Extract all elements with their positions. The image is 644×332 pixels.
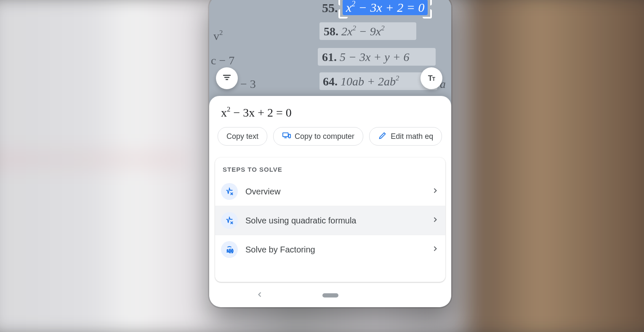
chevron-right-icon xyxy=(431,215,439,226)
factor-icon: 1(x) xyxy=(221,241,238,258)
math-problem-58[interactable]: 58. 2x2 − 9x2 xyxy=(324,25,385,38)
copy-text-chip[interactable]: Copy text xyxy=(218,127,267,146)
step-row-quadratic[interactable]: Solve using quadratic formula xyxy=(215,206,445,235)
step-row-overview[interactable]: Overview xyxy=(215,177,445,206)
page-text-fragment: v2 xyxy=(213,29,223,43)
problem-number: 55. xyxy=(322,1,338,15)
results-sheet: x2 − 3x + 2 = 0 Copy text Copy to comput… xyxy=(209,96,451,307)
filter-icon xyxy=(222,72,232,84)
selection-corner xyxy=(423,0,432,5)
equation-text: x2 − 3x + 2 = 0 xyxy=(346,0,424,14)
action-chips-row: Copy text Copy to computer xyxy=(218,127,451,146)
selection-corner xyxy=(338,9,348,19)
chevron-right-icon xyxy=(431,186,439,197)
svg-text:1(x): 1(x) xyxy=(227,249,234,253)
page-text-fragment: c − 7 xyxy=(211,54,234,67)
math-problem-61[interactable]: 61. 5 − 3x + y + 6 xyxy=(322,50,410,64)
page-text-fragment: − 3 xyxy=(240,77,256,91)
selected-equation-box[interactable]: x2 − 3x + 2 = 0 xyxy=(343,0,428,15)
home-pill[interactable] xyxy=(322,293,338,297)
math-icon xyxy=(221,212,238,229)
problem-number: 64. xyxy=(323,75,338,88)
pencil-icon xyxy=(378,131,387,142)
row-label: Solve by Factoring xyxy=(245,245,423,255)
android-nav-bar xyxy=(209,284,451,307)
devices-icon xyxy=(282,131,291,142)
text-icon: TT xyxy=(428,74,435,83)
equation-text: 10ab + 2ab2 xyxy=(341,75,399,88)
step-row-factoring[interactable]: 1(x) Solve by Factoring xyxy=(215,235,445,264)
steps-card: STEPS TO SOLVE Overview xyxy=(215,157,445,282)
selection-corner xyxy=(338,0,348,5)
phone-frame: 55. x2 − 3x + 2 = 0 58. 2x2 − 9x2 61. 5 … xyxy=(209,0,451,307)
svg-rect-5 xyxy=(289,134,291,138)
chip-label: Edit math eq xyxy=(391,132,433,141)
back-button[interactable] xyxy=(255,290,264,300)
problem-number: 61. xyxy=(322,50,337,64)
math-problem-55[interactable]: 55. x2 − 3x + 2 = 0 xyxy=(322,1,426,15)
chip-label: Copy to computer xyxy=(295,132,354,141)
equation-text: 2x2 − 9x2 xyxy=(341,25,385,38)
steps-header: STEPS TO SOLVE xyxy=(215,157,445,177)
filter-button[interactable] xyxy=(216,67,238,89)
problem-number: 58. xyxy=(324,25,338,38)
row-label: Solve using quadratic formula xyxy=(245,216,423,226)
math-problem-64[interactable]: 64. 10ab + 2ab2 xyxy=(323,75,399,88)
svg-rect-3 xyxy=(283,133,288,136)
math-icon xyxy=(221,183,238,200)
edit-math-chip[interactable]: Edit math eq xyxy=(369,127,442,146)
text-mode-button[interactable]: TT xyxy=(420,67,442,89)
row-label: Overview xyxy=(245,187,423,197)
chip-label: Copy text xyxy=(226,132,258,141)
selection-corner xyxy=(423,9,432,19)
detected-equation: x2 − 3x + 2 = 0 xyxy=(221,106,292,120)
equation-text: 5 − 3x + y + 6 xyxy=(340,50,410,64)
chevron-right-icon xyxy=(431,244,439,255)
copy-to-computer-chip[interactable]: Copy to computer xyxy=(273,127,363,146)
